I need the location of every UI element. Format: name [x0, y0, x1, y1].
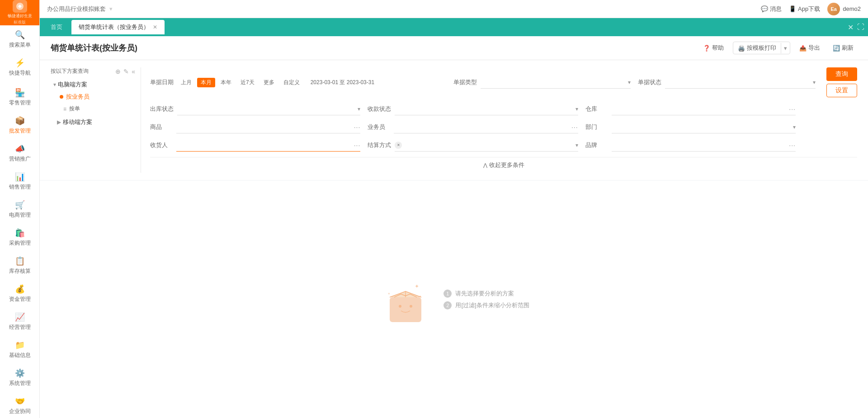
- step-2-text: 用[过滤]条件来缩小分析范围: [455, 301, 529, 309]
- tab-sales-stat-label: 销货单统计表（按业务员）: [79, 23, 149, 31]
- tab-sales-stat[interactable]: 销货单统计表（按业务员） ✕: [71, 20, 165, 34]
- user-action[interactable]: Ea demo2: [827, 3, 861, 15]
- sidebar: 畅捷通好生意 标准版 🔍 搜索菜单 ⚡ 快捷导航 🏪 零售管理 📦 批发管理 📣…: [0, 0, 40, 418]
- system-icon: ⚙️: [15, 368, 25, 378]
- tab-fullscreen-button[interactable]: ⛶: [857, 23, 864, 32]
- sidebar-item-purchase[interactable]: 🛍️ 采购管理: [0, 223, 40, 252]
- out-status-field: 出库状态 ▾: [150, 103, 360, 115]
- tab-close-all-button[interactable]: ✕: [848, 23, 854, 32]
- warehouse-field: 仓库 ···: [585, 103, 796, 115]
- marketing-icon: 📣: [15, 144, 25, 154]
- goods-more: ···: [354, 124, 361, 131]
- header-actions: ❓ 帮助 🖨️ 按模板打印 ▾ 📤 导出 🔄 刷新: [699, 42, 857, 54]
- sidebar-item-basicinfo[interactable]: 📁 基础信息: [0, 336, 40, 364]
- goods-input[interactable]: ···: [176, 121, 360, 133]
- query-button[interactable]: 查询: [826, 67, 857, 81]
- settings-button[interactable]: 设置: [826, 84, 857, 97]
- inventory-icon: 📋: [15, 256, 25, 266]
- sidebar-item-search[interactable]: 🔍 搜索菜单: [0, 25, 40, 53]
- left-nav-title: 按以下方案查询: [51, 67, 89, 75]
- type-filter-field: 单据类型 ▾: [453, 76, 631, 89]
- tab-close-button[interactable]: ✕: [153, 24, 157, 30]
- sidebar-item-sales[interactable]: 📊 销售管理: [0, 167, 40, 195]
- status-dropdown-arrow: ▾: [813, 79, 816, 86]
- nav-collapse-button[interactable]: «: [132, 68, 135, 75]
- payment-dropdown[interactable]: × ▾: [395, 139, 578, 152]
- brand-input[interactable]: ···: [612, 139, 796, 152]
- filter-row-1: 单据日期 上月 本月 本年 近7天 更多 自定义 2023-03-01 至 20…: [150, 67, 857, 97]
- date-tab-custom[interactable]: 自定义: [280, 78, 303, 87]
- export-icon: 📤: [799, 45, 807, 52]
- sidebar-item-retail[interactable]: 🏪 零售管理: [0, 83, 40, 111]
- topbar-right: 💬 消息 📱 App下载 Ea demo2: [761, 3, 861, 15]
- sidebar-item-cooperation[interactable]: 🤝 企业协同: [0, 392, 40, 418]
- out-status-arrow: ▾: [358, 106, 360, 112]
- message-action[interactable]: 💬 消息: [761, 5, 782, 13]
- collapse-icon: ⋀: [483, 162, 487, 168]
- ecommerce-icon: 🛒: [15, 200, 25, 210]
- date-tab-more[interactable]: 更多: [260, 78, 278, 87]
- print-button[interactable]: 🖨️ 按模板打印: [733, 42, 781, 54]
- sidebar-item-marketing[interactable]: 📣 营销推广: [0, 139, 40, 167]
- tab-home[interactable]: 首页: [43, 20, 70, 34]
- app-download-action[interactable]: 📱 App下载: [789, 5, 820, 13]
- empty-step-2: 2 用[过滤]条件来缩小分析范围: [443, 301, 529, 309]
- consignee-input[interactable]: ···: [176, 139, 360, 152]
- app-download-label: App下载: [798, 5, 820, 13]
- payment-tag-close[interactable]: ×: [395, 142, 402, 149]
- export-button[interactable]: 📤 导出: [796, 42, 824, 54]
- sidebar-item-quicknav[interactable]: ⚡ 快捷导航: [0, 53, 40, 81]
- sidebar-item-wholesale[interactable]: 📦 批发管理: [0, 111, 40, 139]
- sidebar-item-system[interactable]: ⚙️ 系统管理: [0, 364, 40, 392]
- print-dropdown-button[interactable]: ▾: [781, 43, 790, 53]
- filter-panel: 按以下方案查询 ⊕ ✎ « ▾ 电脑端方案 按业务员: [40, 60, 868, 180]
- brand-more: ···: [789, 142, 796, 149]
- print-button-group: 🖨️ 按模板打印 ▾: [733, 42, 790, 54]
- dept-dropdown[interactable]: ▾: [612, 121, 796, 133]
- date-tabs: 上月 本月 本年 近7天 更多 自定义: [177, 78, 303, 87]
- breadcrumb-text: 办公用品行业模拟账套: [47, 5, 106, 13]
- receipt-status-dropdown[interactable]: ▾: [395, 103, 578, 115]
- nav-item-by-salesman[interactable]: 按业务员: [51, 90, 135, 103]
- type-dropdown-arrow: ▾: [628, 79, 631, 86]
- warehouse-input[interactable]: ···: [612, 103, 796, 115]
- dept-label: 部门: [585, 123, 608, 131]
- date-tab-last-month[interactable]: 上月: [177, 78, 195, 87]
- finance-icon: 💰: [15, 284, 25, 294]
- print-icon: 🖨️: [738, 45, 745, 52]
- search-icon: 🔍: [15, 30, 25, 40]
- status-filter-field: 单据状态 ▾: [638, 76, 816, 89]
- collapse-label: 收起更多条件: [489, 161, 524, 169]
- empty-steps: 1 请先选择要分析的方案 2 用[过滤]条件来缩小分析范围: [443, 290, 529, 309]
- pc-section-label: 电脑端方案: [58, 81, 87, 89]
- nav-edit-button[interactable]: ✎: [123, 68, 129, 75]
- out-status-dropdown[interactable]: ▾: [177, 103, 360, 115]
- date-tab-7days[interactable]: 近7天: [237, 78, 258, 87]
- sidebar-item-ecommerce[interactable]: 🛒 电商管理: [0, 195, 40, 223]
- type-dropdown[interactable]: ▾: [481, 76, 631, 89]
- nav-section-pc: ▾ 电脑端方案 按业务员 ≡ 按单: [51, 79, 135, 114]
- type-label: 单据类型: [453, 78, 477, 86]
- sidebar-item-inventory[interactable]: 📋 库存核算: [0, 252, 40, 280]
- nav-item-order-label: 按单: [69, 105, 80, 113]
- salesman-input[interactable]: ···: [394, 121, 578, 133]
- sidebar-item-finance[interactable]: 💰 资金管理: [0, 280, 40, 308]
- operations-icon: 📈: [15, 312, 25, 322]
- sidebar-item-operations[interactable]: 📈 经营管理: [0, 308, 40, 336]
- nav-item-by-order[interactable]: ≡ 按单: [51, 103, 135, 114]
- app-download-icon: 📱: [789, 5, 796, 12]
- svg-point-6: [410, 305, 412, 308]
- status-dropdown[interactable]: ▾: [665, 76, 816, 89]
- date-tab-this-year[interactable]: 本年: [217, 78, 235, 87]
- help-button[interactable]: ❓ 帮助: [699, 42, 727, 54]
- mobile-section-label: 移动端方案: [63, 118, 92, 126]
- nav-section-mobile-header[interactable]: ▶ 移动端方案: [51, 116, 135, 128]
- date-tab-this-month[interactable]: 本月: [197, 78, 215, 87]
- svg-point-5: [399, 305, 401, 308]
- refresh-button[interactable]: 🔄 刷新: [829, 42, 857, 54]
- collapse-bar[interactable]: ⋀ 收起更多条件: [150, 157, 857, 173]
- consignee-more: ···: [354, 142, 361, 149]
- nav-section-pc-header[interactable]: ▾ 电脑端方案: [51, 79, 135, 90]
- nav-add-button[interactable]: ⊕: [115, 68, 121, 75]
- left-nav-actions: ⊕ ✎ «: [115, 68, 135, 75]
